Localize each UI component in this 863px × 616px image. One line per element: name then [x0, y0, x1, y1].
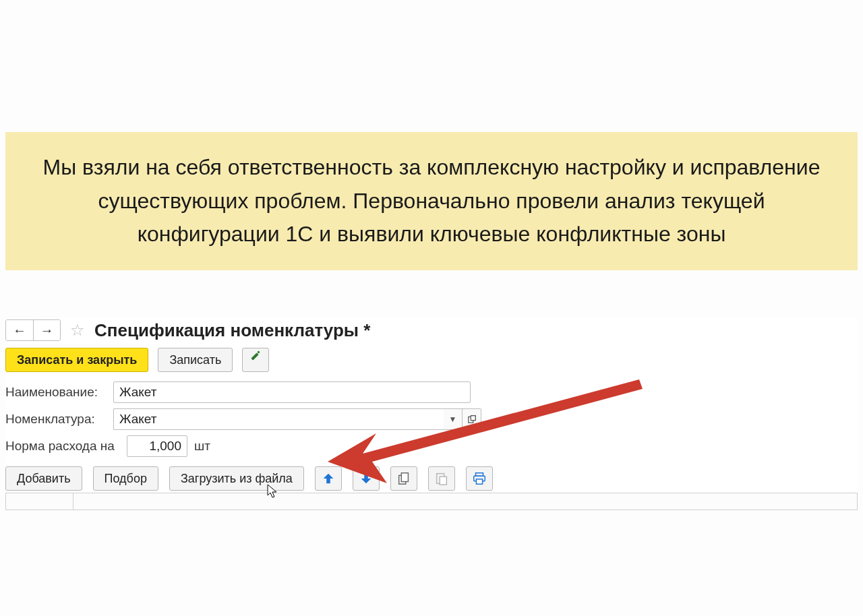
pen-icon — [249, 354, 262, 366]
paste-button[interactable] — [428, 466, 455, 491]
nomenclature-field-group: ▼ — [113, 408, 481, 430]
save-button[interactable]: Записать — [158, 348, 233, 372]
back-button[interactable]: ← — [6, 320, 33, 340]
secondary-toolbar: Добавить Подбор Загрузить из файла — [5, 460, 858, 493]
nomenclature-input[interactable] — [113, 408, 444, 430]
copy-icon — [396, 471, 411, 486]
favorite-star-icon[interactable]: ☆ — [67, 320, 88, 340]
name-input[interactable] — [113, 381, 471, 403]
nomenclature-open-button[interactable] — [463, 408, 481, 430]
annotation-banner: Мы взяли на себя ответственность за комп… — [5, 132, 858, 270]
arrow-down-icon — [359, 471, 374, 486]
annotation-text: Мы взяли на себя ответственность за комп… — [26, 151, 837, 251]
rate-input[interactable] — [127, 435, 187, 457]
open-external-icon — [467, 414, 477, 424]
add-button[interactable]: Добавить — [5, 466, 82, 491]
svg-rect-8 — [476, 479, 482, 484]
arrow-up-icon — [321, 471, 336, 486]
table-header-cell — [73, 493, 858, 510]
paste-icon — [434, 471, 449, 486]
svg-rect-3 — [401, 473, 408, 482]
move-up-button[interactable] — [315, 466, 342, 491]
nav-group: ← → — [5, 319, 61, 341]
rate-unit: шт — [194, 439, 210, 454]
name-label: Наименование: — [5, 385, 107, 400]
nomenclature-label: Номенклатура: — [5, 412, 107, 427]
rate-label: Норма расхода на — [5, 439, 120, 454]
nomenclature-row: Номенклатура: ▼ — [5, 406, 858, 433]
print-button[interactable] — [466, 466, 493, 491]
forward-button[interactable]: → — [33, 320, 60, 340]
table-header-stub — [5, 493, 858, 510]
edit-button[interactable] — [242, 348, 269, 372]
rate-row: Норма расхода на шт — [5, 433, 858, 460]
name-row: Наименование: — [5, 379, 858, 406]
window-title: Спецификация номенклатуры * — [94, 320, 370, 341]
load-from-file-button[interactable]: Загрузить из файла — [169, 466, 304, 491]
svg-rect-1 — [471, 416, 475, 421]
title-bar: ← → ☆ Спецификация номенклатуры * — [5, 317, 858, 348]
svg-rect-5 — [440, 476, 446, 485]
pick-button[interactable]: Подбор — [93, 466, 158, 491]
move-down-button[interactable] — [353, 466, 380, 491]
primary-toolbar: Записать и закрыть Записать — [5, 348, 858, 379]
printer-icon — [472, 471, 487, 486]
app-window: ← → ☆ Спецификация номенклатуры * Записа… — [5, 317, 858, 493]
table-header-cell — [5, 493, 73, 510]
nomenclature-dropdown-button[interactable]: ▼ — [444, 408, 463, 430]
copy-button[interactable] — [390, 466, 417, 491]
save-and-close-button[interactable]: Записать и закрыть — [5, 348, 148, 372]
